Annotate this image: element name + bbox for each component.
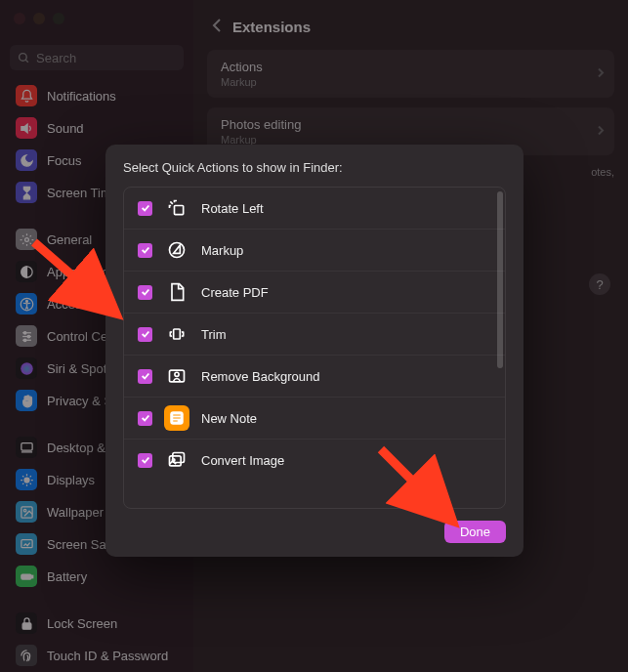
svg-point-3 [24, 237, 28, 241]
checkbox[interactable] [138, 453, 152, 468]
checkbox[interactable] [138, 201, 152, 216]
chevron-right-icon [597, 66, 605, 81]
search-placeholder: Search [36, 51, 76, 65]
accessibility-icon [16, 293, 37, 315]
sidebar-item-label: Displays [47, 473, 95, 487]
svg-rect-14 [21, 442, 31, 450]
quick-action-row[interactable]: Markup [124, 230, 505, 272]
done-button[interactable]: Done [444, 521, 506, 543]
screensaver-icon [16, 533, 37, 555]
battery-icon [16, 566, 37, 587]
sidebar-item-label: Wallpaper [47, 505, 104, 520]
svg-point-13 [21, 362, 33, 375]
quick-action-row[interactable]: Convert Image [124, 440, 505, 481]
svg-rect-22 [22, 622, 31, 628]
checkbox[interactable] [138, 411, 152, 426]
fingerprint-icon [16, 645, 37, 666]
svg-point-29 [175, 372, 179, 376]
display-icon [16, 469, 37, 490]
back-button[interactable] [211, 18, 223, 36]
svg-point-18 [23, 509, 26, 512]
sidebar-item-lock-screen[interactable]: Lock Screen [6, 608, 188, 639]
wallpaper-icon [16, 501, 37, 523]
sidebar-item-notifications[interactable]: Notifications [6, 80, 188, 111]
action-label: Rotate Left [201, 201, 264, 216]
search-input[interactable]: Search [10, 45, 184, 70]
checkbox[interactable] [138, 327, 152, 342]
sidebar-item-label: Notifications [47, 89, 116, 104]
quick-action-row[interactable]: Remove Background [124, 356, 505, 398]
checkbox[interactable] [138, 369, 152, 384]
action-label: Trim [201, 327, 227, 342]
sidebar-item-label: General [47, 232, 92, 247]
svg-point-12 [23, 339, 26, 342]
desktop-icon [16, 437, 37, 458]
sidebar-item-label: Touch ID & Password [47, 649, 168, 663]
svg-rect-20 [21, 574, 30, 579]
sidebar-item-label: Sound [47, 121, 84, 136]
document-icon [164, 279, 189, 305]
sidebar-item-touch-id-password[interactable]: Touch ID & Password [6, 640, 188, 671]
quick-actions-list: Rotate LeftMarkupCreate PDFTrimRemove Ba… [123, 187, 506, 509]
svg-point-6 [25, 300, 27, 302]
sidebar-item-battery[interactable]: Battery [6, 561, 188, 592]
hand-icon [16, 390, 37, 411]
help-button[interactable]: ? [589, 273, 610, 295]
sidebar-item-label: Lock Screen [47, 616, 117, 631]
svg-line-1 [25, 60, 28, 63]
peek-text: otes, [591, 166, 614, 178]
card-title: Actions [221, 60, 601, 74]
sidebar-item-label: Focus [47, 153, 81, 168]
sidebar-item-label: Battery [47, 569, 87, 584]
search-icon [18, 52, 30, 64]
action-label: New Note [201, 411, 257, 426]
sidebar-item-sound[interactable]: Sound [6, 112, 188, 144]
svg-point-16 [24, 478, 29, 483]
action-label: Create PDF [201, 285, 269, 300]
svg-rect-19 [21, 539, 31, 547]
quick-action-row[interactable]: Create PDF [124, 272, 505, 314]
action-label: Remove Background [201, 369, 319, 384]
lock-icon [16, 612, 37, 634]
svg-point-10 [23, 331, 26, 334]
quick-action-row[interactable]: Trim [124, 314, 505, 356]
appearance-icon [16, 261, 37, 282]
sliders-icon [16, 325, 37, 347]
card-subtitle: Markup [221, 76, 601, 88]
images-icon [164, 447, 189, 473]
quick-actions-sheet: Select Quick Actions to show in Finder: … [105, 145, 523, 557]
extension-card[interactable]: ActionsMarkup [207, 50, 614, 98]
siri-icon [16, 357, 37, 379]
action-label: Convert Image [201, 453, 284, 468]
rotate-icon [164, 195, 189, 221]
svg-marker-2 [21, 124, 26, 133]
bell-icon [16, 85, 37, 106]
scrollbar[interactable] [497, 189, 503, 506]
checkbox[interactable] [138, 243, 152, 258]
scrollbar-thumb[interactable] [497, 191, 503, 368]
quick-action-row[interactable]: New Note [124, 398, 505, 440]
svg-rect-27 [174, 329, 181, 339]
svg-rect-21 [31, 575, 32, 578]
markup-icon [164, 237, 189, 263]
action-label: Markup [201, 243, 243, 258]
chevron-right-icon [597, 124, 605, 139]
gear-icon [16, 229, 37, 250]
svg-point-0 [20, 53, 27, 61]
moon-icon [16, 149, 37, 171]
quick-action-row[interactable]: Rotate Left [124, 188, 505, 230]
remove-bg-icon [164, 363, 189, 389]
note-icon [164, 405, 189, 431]
sheet-title: Select Quick Actions to show in Finder: [123, 160, 506, 175]
checkbox[interactable] [138, 285, 152, 300]
card-title: Photos editing [221, 117, 601, 132]
speaker-icon [16, 117, 37, 139]
hourglass-icon [16, 182, 37, 203]
trim-icon [164, 321, 189, 347]
page-title: Extensions [232, 19, 311, 35]
svg-rect-25 [175, 206, 184, 215]
svg-point-11 [27, 335, 30, 338]
